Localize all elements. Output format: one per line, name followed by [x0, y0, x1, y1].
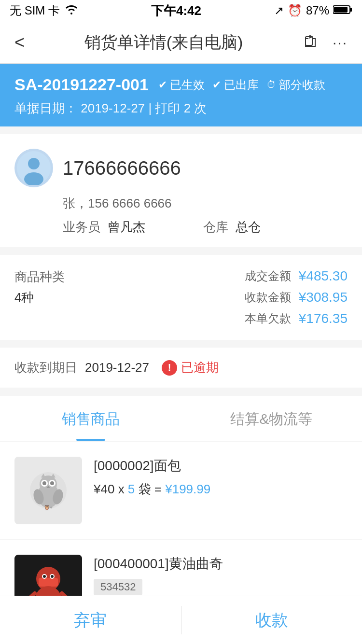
due-section: 收款到期日 2019-12-27 ! 已逾期: [0, 348, 362, 388]
received-value: ¥308.95: [299, 290, 348, 305]
order-id-row: SA-20191227-001 ✔ 已生效 ✔ 已出库 ⏱ 部分收款: [14, 75, 348, 94]
status-left: 无 SIM 卡: [10, 3, 78, 18]
svg-rect-22: [39, 578, 58, 587]
svg-point-13: [50, 481, 54, 485]
product-name-2: [000400001]黄油曲奇: [94, 555, 348, 573]
summary-left: 商品种类 4种: [14, 268, 65, 306]
product-total-1: ¥199.99: [165, 482, 210, 496]
page-title: 销货单详情(来自电脑): [84, 31, 243, 54]
owl-placeholder: 🦉+: [14, 457, 82, 524]
product-thumb-1: 🦉+: [14, 457, 82, 524]
badge-effective: ✔ 已生效: [158, 77, 205, 93]
carrier-text: 无 SIM 卡: [10, 3, 60, 18]
alarm-icon: ⏰: [288, 4, 302, 17]
tabs-row: 销售商品 结算&物流等: [0, 396, 362, 441]
svg-point-5: [28, 158, 40, 169]
summary-right: 成交金额 ¥485.30 收款金额 ¥308.95 本单欠款 ¥176.35: [245, 268, 348, 326]
received-label: 收款金额: [245, 290, 291, 305]
deal-amount-value: ¥485.30: [299, 268, 348, 284]
svg-text:🦉+: 🦉+: [44, 504, 53, 511]
customer-row: 17666666666: [14, 149, 348, 187]
share-icon[interactable]: [303, 33, 318, 52]
warehouse-label: 仓库 总仓: [203, 219, 261, 236]
status-time: 下午4:42: [151, 2, 201, 19]
svg-rect-3: [306, 37, 312, 45]
back-button[interactable]: <: [14, 32, 25, 53]
svg-point-12: [42, 481, 46, 485]
battery-text: 87%: [306, 4, 329, 17]
overdue-badge: ! 已逾期: [162, 359, 219, 376]
debt-label: 本单欠款: [245, 311, 291, 326]
product-qty-1: 5: [128, 482, 135, 496]
svg-rect-2: [334, 7, 348, 13]
overdue-text: 已逾期: [181, 359, 219, 376]
product-info-1: [0000002]面包 ¥40 x 5 袋 = ¥199.99: [94, 457, 348, 498]
collect-payment-button[interactable]: 收款: [181, 596, 362, 644]
cancel-review-button[interactable]: 弃审: [0, 596, 181, 644]
battery-icon: [333, 4, 352, 17]
customer-contact: 张，156 6666 6666: [63, 195, 348, 212]
order-date-row: 单据日期： 2019-12-27 | 打印 2 次: [14, 100, 348, 117]
check-icon-2: ✔: [212, 79, 221, 91]
status-right: ↗ ⏰ 87%: [274, 4, 352, 17]
deal-amount-row: 成交金额 ¥485.30: [245, 268, 348, 284]
nav-icons: ···: [303, 33, 348, 52]
overdue-icon: !: [162, 360, 177, 376]
salesman-label: 业务员 曾凡杰: [63, 219, 145, 236]
summary-section: 商品种类 4种 成交金额 ¥485.30 收款金额 ¥308.95 本单欠款 ¥…: [0, 255, 362, 340]
customer-phone: 17666666666: [63, 157, 181, 179]
tab-sales-products[interactable]: 销售商品: [0, 396, 181, 441]
bottom-bar: 弃审 收款: [0, 596, 362, 644]
customer-section: 17666666666 张，156 6666 6666 业务员 曾凡杰 仓库 总…: [0, 134, 362, 247]
tabs-section: 销售商品 结算&物流等: [0, 396, 362, 441]
wifi-icon: [65, 4, 78, 17]
svg-rect-1: [350, 8, 352, 12]
product-item-1: 🦉+ [0000002]面包 ¥40 x 5 袋 = ¥199.99: [0, 442, 362, 539]
product-price-1: ¥40 x 5 袋 = ¥199.99: [94, 481, 348, 498]
product-name-1: [0000002]面包: [94, 457, 348, 475]
due-date-value: 2019-12-27: [85, 360, 149, 375]
status-badges: ✔ 已生效 ✔ 已出库 ⏱ 部分收款: [158, 77, 325, 93]
avatar: [14, 149, 53, 187]
customer-meta: 业务员 曾凡杰 仓库 总仓: [63, 219, 348, 236]
more-icon[interactable]: ···: [333, 34, 348, 51]
badge-partial-payment: ⏱ 部分收款: [266, 77, 325, 93]
tab-settlement-logistics[interactable]: 结算&物流等: [181, 396, 362, 441]
goods-type-label: 商品种类: [14, 268, 65, 285]
status-bar: 无 SIM 卡 下午4:42 ↗ ⏰ 87%: [0, 0, 362, 21]
badge-shipped: ✔ 已出库: [212, 77, 259, 93]
svg-point-25: [43, 575, 46, 578]
order-id: SA-20191227-001: [14, 75, 149, 94]
clock-icon: ⏱: [266, 79, 276, 90]
deal-amount-label: 成交金额: [245, 268, 291, 284]
check-icon-1: ✔: [158, 79, 167, 91]
location-icon: ↗: [274, 4, 284, 17]
goods-type-value: 4种: [14, 289, 65, 306]
product-tag-2: 534532: [94, 579, 142, 595]
debt-value: ¥176.35: [299, 311, 348, 326]
svg-point-26: [51, 575, 54, 578]
due-date-label: 收款到期日: [14, 359, 77, 376]
nav-bar: < 销货单详情(来自电脑) ···: [0, 21, 362, 64]
received-amount-row: 收款金额 ¥308.95: [245, 290, 348, 305]
order-header: SA-20191227-001 ✔ 已生效 ✔ 已出库 ⏱ 部分收款 单据日期：…: [0, 64, 362, 126]
debt-amount-row: 本单欠款 ¥176.35: [245, 311, 348, 326]
